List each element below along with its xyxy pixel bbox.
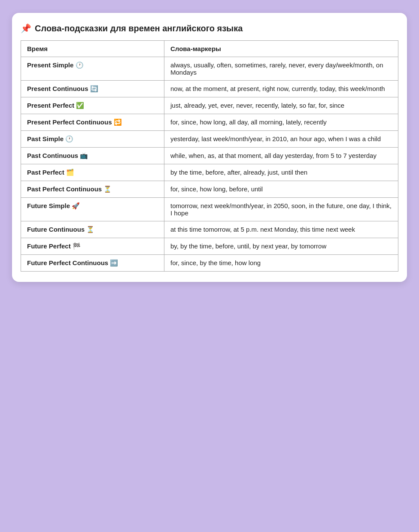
markers-cell: yesterday, last week/month/year, in 2010… — [164, 131, 398, 148]
tense-cell: Future Continuous ⏳ — [21, 221, 164, 238]
markers-cell: for, since, how long, all day, all morni… — [164, 114, 398, 131]
markers-cell: at this time tomorrow, at 5 p.m. next Mo… — [164, 221, 398, 238]
table-row: Present Continuous 🔄now, at the moment, … — [21, 81, 398, 97]
table-row: Present Perfect ✅just, already, yet, eve… — [21, 97, 398, 114]
table-row: Past Perfect Continuous ⏳for, since, how… — [21, 181, 398, 198]
tense-cell: Future Perfect 🏁 — [21, 238, 164, 255]
header-tense: Время — [21, 41, 164, 57]
table-row: Future Continuous ⏳at this time tomorrow… — [21, 221, 398, 238]
table-row: Future Perfect Continuous ➡️for, since, … — [21, 255, 398, 272]
markers-cell: by the time, before, after, already, jus… — [164, 164, 398, 181]
markers-cell: while, when, as, at that moment, all day… — [164, 148, 398, 164]
tense-cell: Past Perfect 🗂️ — [21, 164, 164, 181]
table-row: Future Simple 🚀tomorrow, next week/month… — [21, 198, 398, 221]
main-card: 📌 Слова-подсказки для времен английского… — [12, 13, 407, 282]
tense-cell: Present Simple 🕐 — [21, 57, 164, 81]
table-row: Past Simple 🕐yesterday, last week/month/… — [21, 131, 398, 148]
table-row: Present Perfect Continuous 🔁for, since, … — [21, 114, 398, 131]
tense-cell: Present Perfect ✅ — [21, 97, 164, 114]
table-row: Past Continuous 📺while, when, as, at tha… — [21, 148, 398, 164]
pin-icon: 📌 — [21, 23, 31, 33]
markers-cell: for, since, how long, before, until — [164, 181, 398, 198]
markers-cell: now, at the moment, at present, right no… — [164, 81, 398, 97]
tense-cell: Future Perfect Continuous ➡️ — [21, 255, 164, 272]
markers-cell: always, usually, often, sometimes, rarel… — [164, 57, 398, 81]
markers-cell: by, by the time, before, until, by next … — [164, 238, 398, 255]
table-row: Present Simple 🕐always, usually, often, … — [21, 57, 398, 81]
tense-cell: Present Continuous 🔄 — [21, 81, 164, 97]
table-row: Future Perfect 🏁by, by the time, before,… — [21, 238, 398, 255]
tense-cell: Future Simple 🚀 — [21, 198, 164, 221]
tense-cell: Past Perfect Continuous ⏳ — [21, 181, 164, 198]
tense-cell: Past Continuous 📺 — [21, 148, 164, 164]
markers-cell: tomorrow, next week/month/year, in 2050,… — [164, 198, 398, 221]
table-header-row: Время Слова-маркеры — [21, 41, 398, 57]
markers-cell: for, since, by the time, how long — [164, 255, 398, 272]
markers-cell: just, already, yet, ever, never, recentl… — [164, 97, 398, 114]
tense-table: Время Слова-маркеры Present Simple 🕐alwa… — [21, 40, 398, 272]
card-title-text: Слова-подсказки для времен английского я… — [35, 24, 243, 33]
tense-cell: Present Perfect Continuous 🔁 — [21, 114, 164, 131]
header-markers: Слова-маркеры — [164, 41, 398, 57]
table-row: Past Perfect 🗂️by the time, before, afte… — [21, 164, 398, 181]
card-title: 📌 Слова-подсказки для времен английского… — [21, 23, 398, 33]
tense-cell: Past Simple 🕐 — [21, 131, 164, 148]
